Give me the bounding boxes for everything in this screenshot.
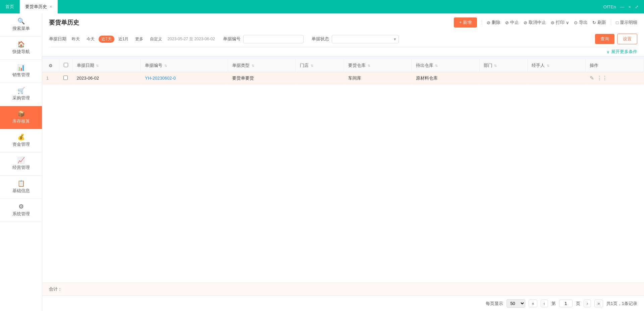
- col-handler-sort-icon[interactable]: ⇅: [547, 64, 549, 68]
- col-settings[interactable]: ⚙: [42, 59, 59, 72]
- col-type-sort-icon[interactable]: ⇅: [252, 64, 254, 68]
- often-label[interactable]: OfTEn: [603, 4, 616, 9]
- sidebar-item-sales[interactable]: 📊 销售管理: [0, 60, 42, 83]
- operations-icon: 📈: [17, 157, 25, 163]
- edit-icon[interactable]: ✎: [590, 75, 594, 81]
- display-detail-button[interactable]: □ 显示明细: [616, 19, 637, 26]
- page-number-input[interactable]: [559, 300, 573, 307]
- expand-more-btn[interactable]: ∨ 展开更多条件: [606, 49, 637, 55]
- sidebar-item-purchase[interactable]: 🛒 采购管理: [0, 83, 42, 106]
- delete-label: 删除: [492, 19, 500, 26]
- pagination-bar: 每页显示 10 20 50 100 « ‹ 第 页 › » 共1页，1条记录: [42, 296, 644, 311]
- bill-status-label: 单据状态: [312, 36, 329, 42]
- home-icon: 🏠: [17, 41, 25, 47]
- export-button[interactable]: ⊙ 导出: [574, 18, 588, 27]
- sidebar-item-search-label: 搜索菜单: [12, 26, 30, 32]
- page-header: 要货单历史 + 新增 ⊘ 删除 ⊘ 中止 ⊘ 取消中止: [42, 13, 644, 56]
- bill-status-select[interactable]: [332, 35, 399, 43]
- print-button[interactable]: ⊜ 打印 ∨: [551, 18, 569, 27]
- sidebar-item-nav[interactable]: 🏠 快捷导航: [0, 37, 42, 60]
- settings-button[interactable]: 设置: [617, 34, 637, 44]
- display-detail-label: 显示明细: [620, 19, 637, 26]
- cancel-stop-label: 取消中止: [529, 19, 546, 26]
- sales-icon: 📊: [17, 64, 25, 71]
- summary-label: 合计：: [49, 286, 62, 292]
- col-type: 单据类型 ⇅: [228, 59, 296, 72]
- col-req-warehouse-label: 要货仓库: [348, 63, 366, 68]
- tab-home-label: 首页: [5, 4, 14, 10]
- page-title-bar: 要货单历史 + 新增 ⊘ 删除 ⊘ 中止 ⊘ 取消中止: [49, 17, 637, 28]
- sidebar-item-inventory[interactable]: 📦 库存核算: [0, 106, 42, 129]
- minimize-icon[interactable]: —: [620, 4, 624, 9]
- cancel-stop-icon: ⊘: [524, 20, 527, 25]
- refresh-button[interactable]: ↻ 刷新: [592, 18, 606, 27]
- sidebar-item-finance[interactable]: 💰 资金管理: [0, 129, 42, 152]
- last-page-button[interactable]: »: [594, 300, 603, 307]
- tab-bar: 首页 要货单历史 ×: [0, 0, 598, 13]
- shortcut-today[interactable]: 今天: [84, 36, 97, 43]
- sidebar-item-search[interactable]: 🔍 搜索菜单: [0, 13, 42, 37]
- close-icon[interactable]: ×: [628, 4, 631, 9]
- col-department-label: 部门: [484, 63, 492, 68]
- sidebar: 🔍 搜索菜单 🏠 快捷导航 📊 销售管理 🛒 采购管理 📦 库存核算 💰 资金管…: [0, 13, 42, 311]
- stop-button[interactable]: ⊘ 中止: [505, 18, 519, 27]
- shortcut-1month[interactable]: 近1月: [116, 36, 131, 43]
- tab-close-icon[interactable]: ×: [50, 4, 52, 9]
- query-button[interactable]: 查询: [595, 34, 614, 44]
- checkbox-icon: □: [616, 20, 619, 25]
- basic-icon: 📋: [17, 180, 25, 186]
- delete-button[interactable]: ⊘ 删除: [487, 18, 500, 27]
- cell-number: YH-20230602-0: [141, 72, 228, 84]
- shortcut-more[interactable]: 更多: [132, 36, 146, 43]
- col-department-sort-icon[interactable]: ⇅: [494, 64, 497, 68]
- col-department: 部门 ⇅: [479, 59, 528, 72]
- filter-section: 单据日期 昨天 今天 近7天 近1月 更多 自定义 2023-05-27 至 2…: [49, 30, 637, 56]
- col-store-label: 门店: [300, 63, 309, 68]
- prev-page-button[interactable]: ‹: [541, 300, 548, 307]
- col-date: 单据日期 ⇅: [72, 59, 141, 72]
- next-page-button[interactable]: ›: [584, 300, 591, 307]
- sidebar-item-operations[interactable]: 📈 经营管理: [0, 152, 42, 176]
- tab-history[interactable]: 要货单历史 ×: [20, 0, 58, 13]
- sidebar-item-system[interactable]: ⚙ 系统管理: [0, 199, 42, 222]
- col-number-sort-icon[interactable]: ⇅: [164, 64, 167, 68]
- expand-icon[interactable]: ⤢: [635, 4, 639, 9]
- main-layout: 🔍 搜索菜单 🏠 快捷导航 📊 销售管理 🛒 采购管理 📦 库存核算 💰 资金管…: [0, 13, 644, 311]
- shortcut-custom[interactable]: 自定义: [147, 36, 165, 43]
- page-size-select[interactable]: 10 20 50 100: [506, 299, 525, 308]
- col-store-sort-icon[interactable]: ⇅: [311, 64, 313, 68]
- cell-department: [479, 72, 528, 84]
- sidebar-item-operations-label: 经营管理: [12, 165, 30, 171]
- cancel-stop-button[interactable]: ⊘ 取消中止: [524, 18, 546, 27]
- shortcut-7days[interactable]: 近7天: [99, 36, 114, 43]
- col-pending-warehouse-sort-icon[interactable]: ⇅: [435, 64, 438, 68]
- shortcut-yesterday[interactable]: 昨天: [69, 36, 83, 43]
- bill-number-input[interactable]: [243, 35, 304, 43]
- col-checkbox[interactable]: [59, 59, 72, 72]
- search-icon: 🔍: [17, 18, 25, 24]
- col-pending-warehouse: 待出仓库 ⇅: [412, 59, 479, 72]
- sidebar-item-basic[interactable]: 📋 基础信息: [0, 176, 42, 199]
- more-icon[interactable]: ⋮⋮: [597, 75, 607, 81]
- select-all-checkbox[interactable]: [64, 63, 68, 67]
- col-date-sort-icon[interactable]: ⇅: [96, 64, 99, 68]
- expand-chevron-icon: ∨: [606, 49, 610, 54]
- sidebar-item-system-label: 系统管理: [12, 211, 30, 217]
- new-button[interactable]: + 新增: [454, 17, 477, 28]
- expand-more-row: ∨ 展开更多条件: [49, 47, 637, 56]
- table-footer-summary: 合计：: [42, 282, 644, 296]
- row-checkbox[interactable]: [63, 76, 68, 80]
- col-handler: 经手人 ⇅: [528, 59, 586, 72]
- sidebar-item-sales-label: 销售管理: [12, 72, 30, 78]
- print-label: 打印: [556, 19, 565, 26]
- tab-home[interactable]: 首页: [0, 0, 20, 13]
- bill-number-link[interactable]: YH-20230602-0: [145, 76, 176, 81]
- export-icon: ⊙: [574, 20, 578, 25]
- purchase-icon: 🛒: [17, 88, 25, 94]
- first-page-button[interactable]: «: [529, 300, 537, 307]
- stop-icon: ⊘: [505, 20, 509, 25]
- sidebar-item-nav-label: 快捷导航: [12, 49, 30, 55]
- col-req-warehouse-sort-icon[interactable]: ⇅: [368, 64, 370, 68]
- export-label: 导出: [579, 19, 588, 26]
- page-title: 要货单历史: [49, 18, 79, 27]
